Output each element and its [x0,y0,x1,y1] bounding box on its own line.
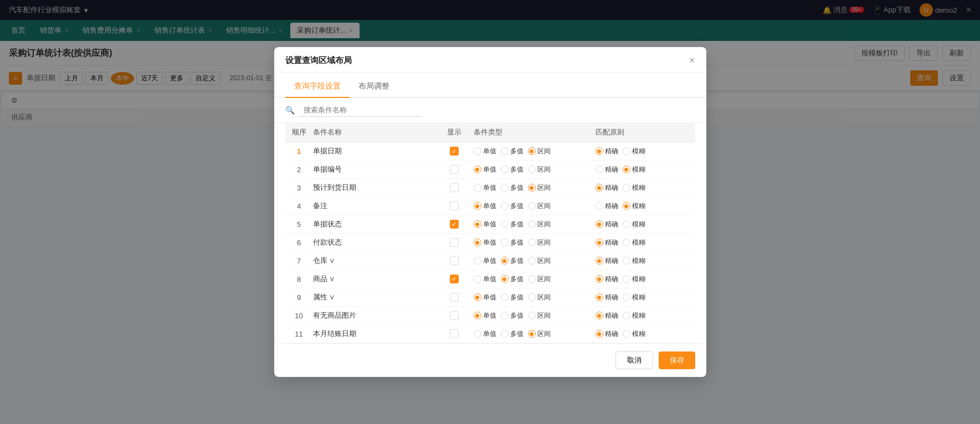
dialog-header: 设置查询区域布局 × [274,47,706,73]
dialog-close-button[interactable]: × [689,55,695,66]
dialog-tab-layout[interactable]: 布局调整 [350,78,398,98]
search-input[interactable] [299,104,421,117]
settings-dialog: 设置查询区域布局 × 查询字段设置 布局调整 🔍 顺序 条件名称 显示 条件类型 [274,47,706,130]
dialog-table-header: 顺序 条件名称 显示 条件类型 匹配原则 [285,123,695,130]
header-match: 匹配原则 [596,127,695,130]
dialog-overlay: 设置查询区域布局 × 查询字段设置 布局调整 🔍 顺序 条件名称 显示 条件类型 [0,0,980,130]
header-show: 显示 [435,127,474,130]
dialog-tab-query-fields-label: 查询字段设置 [294,81,341,90]
dialog-title: 设置查询区域布局 [285,55,352,66]
dialog-search-area: 🔍 [274,98,706,123]
dialog-tab-layout-label: 布局调整 [358,81,389,90]
header-type: 条件类型 [474,127,596,130]
header-name: 条件名称 [313,127,435,130]
header-order: 顺序 [285,127,313,130]
dialog-tab-query-fields[interactable]: 查询字段设置 [285,78,350,98]
dialog-tabs: 查询字段设置 布局调整 [274,73,706,98]
dialog-table: 顺序 条件名称 显示 条件类型 匹配原则 1单据日期单值多值区间精确模糊2单据编… [274,123,706,130]
search-icon: 🔍 [285,106,295,115]
